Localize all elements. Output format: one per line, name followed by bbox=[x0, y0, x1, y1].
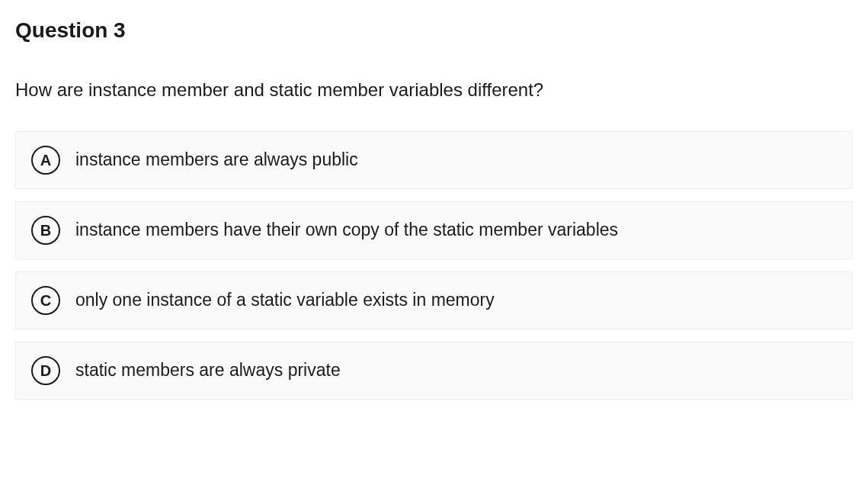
option-letter-a: A bbox=[31, 146, 60, 175]
option-text-c: only one instance of a static variable e… bbox=[75, 289, 495, 312]
question-prompt: How are instance member and static membe… bbox=[15, 79, 853, 101]
option-text-a: instance members are always public bbox=[75, 149, 358, 172]
question-title: Question 3 bbox=[15, 18, 853, 43]
option-text-b: instance members have their own copy of … bbox=[75, 219, 618, 242]
option-b[interactable]: B instance members have their own copy o… bbox=[15, 201, 853, 259]
option-letter-b: B bbox=[31, 216, 60, 245]
options-container: A instance members are always public B i… bbox=[15, 131, 853, 400]
option-a[interactable]: A instance members are always public bbox=[15, 131, 853, 189]
option-text-d: static members are always private bbox=[75, 359, 341, 382]
option-c[interactable]: C only one instance of a static variable… bbox=[15, 271, 853, 329]
option-letter-c: C bbox=[31, 286, 60, 315]
option-d[interactable]: D static members are always private bbox=[15, 342, 853, 400]
option-letter-d: D bbox=[31, 356, 60, 385]
